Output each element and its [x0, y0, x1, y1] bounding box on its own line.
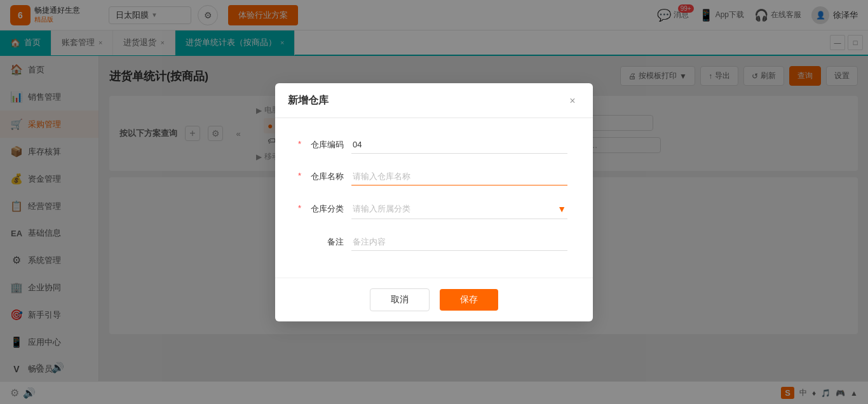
modal-title: 新增仓库: [288, 94, 329, 107]
form-row-code: 仓库编码: [301, 136, 567, 154]
modal-footer: 取消 保存: [275, 278, 593, 321]
modal-body: 仓库编码 仓库名称 仓库分类 请输入所属分类 ▼ 备注: [275, 118, 593, 278]
modal-close-button[interactable]: ×: [565, 93, 580, 109]
new-warehouse-modal: 新增仓库 × 仓库编码 仓库名称 仓库分类 请输入所属分类 ▼: [275, 83, 593, 321]
name-label: 仓库名称: [301, 171, 351, 182]
code-label: 仓库编码: [301, 139, 351, 151]
form-row-name: 仓库名称: [301, 168, 567, 185]
note-label: 备注: [301, 236, 351, 248]
category-dropdown-icon: ▼: [557, 204, 566, 214]
form-row-category: 仓库分类 请输入所属分类 ▼: [301, 199, 567, 219]
save-button[interactable]: 保存: [440, 289, 498, 311]
cancel-button[interactable]: 取消: [370, 288, 430, 311]
modal-header: 新增仓库 ×: [275, 83, 593, 118]
note-input[interactable]: [351, 233, 567, 251]
code-input[interactable]: [351, 136, 567, 154]
category-label: 仓库分类: [301, 203, 351, 215]
modal-overlay: 新增仓库 × 仓库编码 仓库名称 仓库分类 请输入所属分类 ▼: [0, 0, 868, 404]
name-input[interactable]: [351, 168, 567, 185]
category-selector[interactable]: 请输入所属分类 ▼: [351, 199, 567, 219]
form-row-note: 备注: [301, 233, 567, 251]
category-selector-placeholder: 请输入所属分类: [353, 203, 557, 215]
